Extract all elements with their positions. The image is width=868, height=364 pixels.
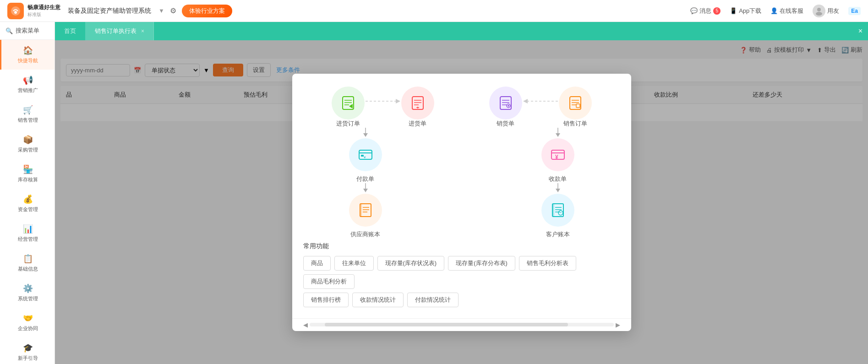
receipt-bill-circle: ¥ [541,138,574,171]
tab-close-icon[interactable]: × [141,28,144,34]
app-logo-icon [7,3,24,19]
sidebar-label-guide: 新手引导 [18,355,38,362]
message-button[interactable]: 💬 消息 5 [690,7,721,15]
sidebar-item-purchase[interactable]: 📦 采购管理 [0,129,55,159]
home-tab-label: 首页 [64,27,76,35]
svg-point-3 [816,12,822,16]
service-icon: 👤 [770,7,778,14]
tab-sales-order[interactable]: 销售订单执行表 × [86,22,154,40]
arrow-po-to-pb [365,97,401,106]
purchase-icon: 📦 [23,135,33,145]
operation-icon: 📊 [23,224,33,234]
trial-button[interactable]: 体验行业方案 [182,5,232,17]
supplier-ledger-circle [349,194,382,227]
search-icon: 🔍 [5,27,13,34]
marketing-icon: 📢 [23,75,33,85]
sales-order-circle [559,87,592,120]
svg-point-53 [558,211,563,215]
modal-overlay[interactable]: 进货订单 进货单 [55,40,868,364]
sales-icon: 🛒 [23,105,33,115]
svg-marker-42 [556,189,560,192]
svg-point-2 [817,8,821,11]
sidebar-item-collab[interactable]: 🤝 企业协同 [0,308,55,337]
svg-rect-49 [552,204,554,217]
arrow-receipt-down [528,183,588,194]
purchase-order-node: 进货订单 [332,87,365,128]
logo-line1: 畅康通好生意 [27,4,60,11]
sidebar-label-finance: 资金管理 [18,206,38,213]
home-icon: 🏠 [23,45,33,55]
sidebar-label-quick-nav: 快捷导航 [18,57,38,64]
common-functions-section: 常用功能 商品 往来单位 现存量(库存状况表) 现存量(库存分布表) 销售毛利分… [292,242,631,318]
cf-btn-payment-stats[interactable]: 付款情况统计 [407,293,459,307]
guide-icon: 🎓 [23,343,33,353]
sidebar: 🔍 搜索菜单 🏠 快捷导航 📢 营销推广 🛒 销售管理 📦 采购管理 🏪 [0,22,55,364]
payment-bill-node: ¥ 付款单 [336,138,395,183]
download-icon: 📱 [730,7,737,14]
logo-line2: 标准版 [27,11,60,17]
cf-btn-sales-gross[interactable]: 销售毛利分析表 [519,256,576,271]
sidebar-item-base-info[interactable]: 📋 基础信息 [0,248,55,278]
customer-ledger-label: 客户账本 [546,230,570,239]
svg-marker-31 [556,133,560,137]
online-service-button[interactable]: 👤 在线客服 [770,7,803,15]
purchase-order-circle [332,87,365,120]
scroll-left-arrow[interactable]: ◀ [303,321,308,328]
payment-bill-label: 付款单 [356,175,374,183]
sidebar-item-operation[interactable]: 📊 经营管理 [0,218,55,248]
system-title: 装备及固定资产辅助管理系统 [68,7,151,15]
arrow-pb-down [336,128,395,138]
sales-bill-circle [489,87,522,120]
tab-bar-close-icon[interactable]: × [858,27,863,35]
sidebar-item-inventory[interactable]: 🏪 库存核算 [0,159,55,189]
sidebar-label-system: 系统管理 [18,295,38,302]
sidebar-item-quick-nav[interactable]: 🏠 快捷导航 [0,40,55,70]
system-icon: ⚙️ [23,283,33,293]
modal-scrollbar: ◀ ▶ [292,318,631,331]
logo-area: 畅康通好生意 标准版 [7,3,62,19]
sales-bill-node: 销货单 [489,87,522,128]
sidebar-label-collab: 企业协同 [18,325,38,332]
sales-order-tab-label: 销售订单执行表 [95,27,136,35]
cf-btn-stock-status[interactable]: 现存量(库存状况表) [377,256,445,271]
inventory-icon: 🏪 [23,164,33,174]
sidebar-item-finance[interactable]: 💰 资金管理 [0,189,55,218]
settings-icon[interactable]: ⚙ [170,6,176,15]
message-badge: 5 [713,7,721,15]
tab-home[interactable]: 首页 [55,22,86,40]
purchase-order-label: 进货订单 [336,120,360,128]
cf-btn-product-gross[interactable]: 商品毛利分析 [303,274,355,289]
cf-buttons-row1: 商品 往来单位 现存量(库存状况表) 现存量(库存分布表) 销售毛利分析表 商品… [303,256,620,289]
scroll-right-arrow[interactable]: ▶ [616,321,620,328]
sidebar-item-guide[interactable]: 🎓 新手引导 [0,337,55,364]
svg-marker-22 [523,99,528,103]
purchase-bill-node: 进货单 [401,87,434,128]
cf-title: 常用功能 [303,242,620,250]
sidebar-item-system[interactable]: ⚙️ 系统管理 [0,278,55,308]
sidebar-search[interactable]: 🔍 搜索菜单 [0,22,55,40]
sidebar-item-marketing[interactable]: 📢 营销推广 [0,70,55,99]
app-download-button[interactable]: 📱 App下载 [730,7,761,15]
sales-order-label: 销售订单 [563,120,587,128]
tab-bar: 首页 销售订单执行表 × × [55,22,868,40]
customer-ledger-node: 客户账本 [528,194,588,239]
svg-text:¥: ¥ [363,155,366,159]
supplier-ledger-label: 供应商账本 [350,230,380,239]
cf-btn-counterpart[interactable]: 往来单位 [334,256,374,271]
cf-btn-receipt-stats[interactable]: 收款情况统计 [352,293,404,307]
content-area: 首页 销售订单执行表 × × ❓ 帮助 🖨 按 [55,22,868,364]
svg-rect-27 [576,104,580,108]
cf-buttons-row2: 销售排行榜 收款情况统计 付款情况统计 [303,293,620,307]
cf-btn-product[interactable]: 商品 [303,256,331,271]
purchase-bill-label: 进货单 [409,120,426,128]
user-area[interactable]: 用友 [813,5,839,17]
purchase-bill-circle [401,87,434,120]
top-right-area: 💬 消息 5 📱 App下载 👤 在线客服 用友 Ea [690,5,861,17]
svg-point-1 [14,11,17,14]
user-avatar [813,5,825,17]
sidebar-item-sales[interactable]: 🛒 销售管理 [0,99,55,129]
scroll-track[interactable] [310,323,614,326]
system-title-dropdown[interactable]: ▼ [158,7,164,14]
cf-btn-stock-dist[interactable]: 现存量(库存分布表) [448,256,515,271]
cf-btn-sales-rank[interactable]: 销售排行榜 [303,293,349,307]
